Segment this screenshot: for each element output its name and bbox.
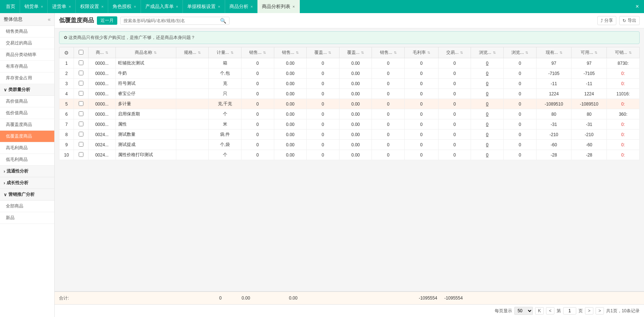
share-button[interactable]: ⤴ 分享	[597, 16, 616, 25]
export-icon: ↻	[623, 18, 626, 23]
column-spec[interactable]: 规格...⇅	[176, 47, 209, 58]
row-sellable: 11016:	[607, 89, 640, 99]
nav-tab-perm[interactable]: 权限设置 ×	[76, 0, 108, 13]
nav-tab-sales[interactable]: 销货单 ×	[20, 0, 48, 13]
row-checkbox[interactable]	[79, 60, 83, 65]
close-icon[interactable]: ×	[101, 4, 103, 9]
sort-icon: ⇅	[394, 51, 397, 55]
row-gross-rate: 0	[405, 58, 439, 68]
column-sales-c[interactable]: 销售...⇅	[372, 47, 405, 58]
row-browse-a: 0	[471, 140, 504, 150]
close-icon[interactable]: ×	[218, 4, 220, 9]
row-cov-a: 0	[307, 119, 339, 130]
sidebar-section-marketing[interactable]: ∨ 营销推广分析	[0, 189, 54, 201]
row-checkbox-cell	[74, 89, 88, 99]
close-icon[interactable]: ×	[41, 4, 43, 9]
close-icon[interactable]: ×	[251, 4, 253, 9]
nav-tab-production[interactable]: 产成品入库单 ×	[141, 0, 183, 13]
select-all-checkbox[interactable]	[79, 50, 83, 55]
next-page-button[interactable]: >	[585, 307, 593, 314]
table-row: 50000...多计量克,千克00.0000.0000000-1089510-1…	[59, 99, 640, 109]
sidebar-item-low-profit[interactable]: 低毛利商品	[0, 154, 54, 166]
page-size-select[interactable]: 50 100 200	[514, 307, 533, 315]
row-checkbox[interactable]	[79, 111, 83, 116]
column-available-stock[interactable]: 可用...⇅	[572, 47, 607, 58]
nav-tab-analysis-list[interactable]: 商品分析列表 ×	[258, 0, 299, 13]
row-unit: 克	[209, 79, 242, 89]
sidebar-item-high-coverage[interactable]: 高覆盖度商品	[0, 119, 54, 131]
row-checkbox[interactable]	[79, 81, 83, 86]
row-trans: 0	[438, 109, 471, 119]
row-num: 2	[59, 68, 74, 79]
sidebar-item-low-value[interactable]: 低价值商品	[0, 107, 54, 119]
sidebar-item-in-stock[interactable]: 有库存商品	[0, 61, 54, 72]
row-browse-a: 0	[471, 68, 504, 79]
close-all-button[interactable]: ×	[632, 3, 643, 10]
row-checkbox[interactable]	[79, 71, 83, 75]
pagination: 每页显示 50 100 200 K < 第 页 > > 共1页，10条记录	[55, 304, 644, 317]
prev-page-button[interactable]: <	[546, 307, 554, 314]
column-checkbox[interactable]	[74, 47, 88, 58]
row-checkbox-cell	[74, 99, 88, 109]
search-input[interactable]	[123, 18, 220, 23]
row-available-stock: -11	[572, 79, 607, 89]
row-browse-a: 0	[471, 150, 504, 160]
close-icon[interactable]: ×	[292, 4, 295, 9]
sort-icon: ⇅	[361, 51, 364, 55]
sidebar-item-category-rate[interactable]: 商品分类动销率	[0, 49, 54, 61]
sidebar-item-low-coverage[interactable]: 低覆盖度商品	[0, 131, 54, 142]
close-icon[interactable]: ×	[176, 4, 178, 9]
row-current-stock: -1089510	[536, 99, 572, 109]
column-unit[interactable]: 计量...⇅	[209, 47, 242, 58]
row-checkbox[interactable]	[79, 122, 83, 126]
sidebar-section-liquidity[interactable]: › 流通性分析	[0, 166, 54, 177]
row-checkbox[interactable]	[79, 91, 83, 96]
sidebar-item-high-value[interactable]: 高价值商品	[0, 96, 54, 107]
last-page-button[interactable]: >	[596, 307, 604, 314]
search-icon[interactable]: 🔍	[220, 18, 226, 24]
row-browse-a: 0	[471, 89, 504, 99]
nav-tab-analysis[interactable]: 商品分析 ×	[225, 0, 258, 13]
column-sellable[interactable]: 可销...⇅	[607, 47, 640, 58]
row-cov-b: 0.00	[339, 89, 372, 99]
footer-cov-b: 0.00	[280, 294, 306, 302]
nav-tab-home[interactable]: 首页	[1, 0, 20, 13]
nav-tab-role[interactable]: 角色授权 ×	[108, 0, 141, 13]
column-browse-b[interactable]: 浏览...⇅	[504, 47, 537, 58]
row-checkbox[interactable]	[79, 152, 83, 157]
row-browse-a: 0	[471, 119, 504, 130]
sidebar-item-new-goods[interactable]: 新品	[0, 212, 54, 224]
page-number-input[interactable]	[563, 307, 576, 314]
row-checkbox[interactable]	[79, 132, 83, 136]
column-trans[interactable]: 交易...⇅	[438, 47, 471, 58]
sidebar-section-group[interactable]: ∨ 类群量分析	[0, 84, 54, 96]
row-checkbox[interactable]	[79, 101, 83, 106]
sidebar-collapse-button[interactable]: «	[48, 16, 51, 22]
first-page-button[interactable]: K	[535, 307, 544, 314]
close-icon[interactable]: ×	[68, 4, 71, 9]
column-name[interactable]: 商品名称⇅	[116, 47, 176, 58]
column-current-stock[interactable]: 现有...⇅	[536, 47, 572, 58]
row-cov-a: 0	[307, 79, 339, 89]
sidebar-item-stock-capital[interactable]: 库存资金占用	[0, 72, 54, 84]
column-sales-qty[interactable]: 销售...⇅	[241, 47, 274, 58]
sidebar-item-traded-goods[interactable]: 交易过的商品	[0, 37, 54, 49]
sidebar-section-growth[interactable]: › 成长性分析	[0, 177, 54, 189]
date-filter-button[interactable]: 近一月	[97, 16, 117, 25]
nav-tab-purchase[interactable]: 进货单 ×	[48, 0, 75, 13]
sidebar-item-all-goods[interactable]: 全部商品	[0, 201, 54, 212]
column-sales-amt[interactable]: 销售...⇅	[274, 47, 307, 58]
row-spec	[176, 109, 209, 119]
column-gross-rate[interactable]: 毛利率⇅	[405, 47, 439, 58]
column-settings[interactable]: ⚙	[59, 47, 74, 58]
column-cov-a[interactable]: 覆盖...⇅	[307, 47, 339, 58]
nav-tab-template[interactable]: 单据模板设置 ×	[183, 0, 225, 13]
sidebar-item-high-profit[interactable]: 高毛利商品	[0, 142, 54, 154]
export-button[interactable]: ↻ 导出	[619, 16, 640, 25]
column-cov-b[interactable]: 覆盖...⇅	[339, 47, 372, 58]
column-code[interactable]: 商...⇅	[88, 47, 116, 58]
close-icon[interactable]: ×	[134, 4, 136, 9]
sidebar-item-sales-goods[interactable]: 销售类商品	[0, 26, 54, 37]
row-checkbox[interactable]	[79, 142, 83, 147]
column-browse-a[interactable]: 浏览...⇅	[471, 47, 504, 58]
